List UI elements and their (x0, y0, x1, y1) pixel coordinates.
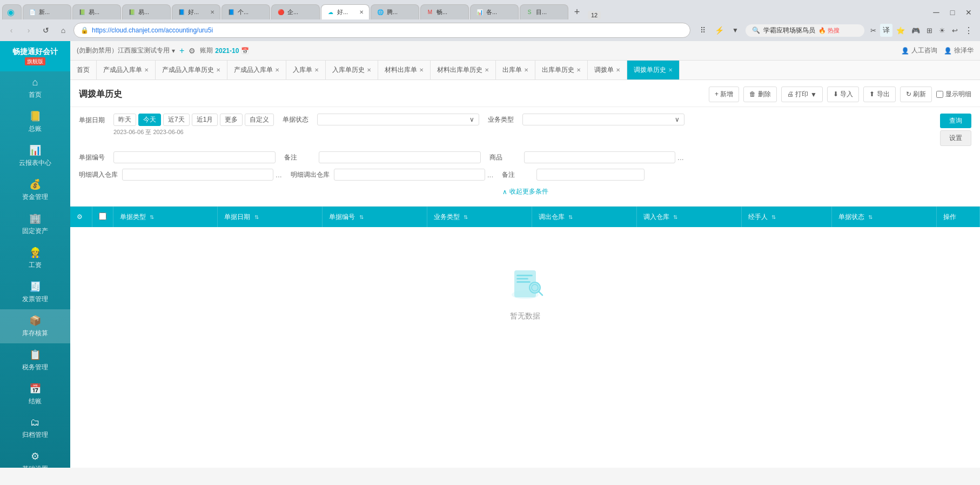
browser-tab-2[interactable]: 📗 易... (72, 4, 121, 19)
browser-tab-4-close[interactable]: ✕ (210, 9, 214, 15)
table-col-doc-type[interactable]: 单据类型 ⇅ (113, 207, 218, 227)
sidebar-item-home[interactable]: ⌂ 首页 (0, 71, 70, 105)
print-button[interactable]: 🖨 打印 ▼ (781, 87, 823, 102)
page-tab-transfer-history-close[interactable]: ✕ (668, 67, 673, 73)
calendar-icon[interactable]: 📅 (241, 47, 249, 55)
page-tab-out-history-close[interactable]: ✕ (576, 67, 581, 73)
page-tab-transfer[interactable]: 调拨单 ✕ (588, 61, 627, 80)
sidebar-item-asset[interactable]: 🏢 固定资产 (0, 207, 70, 241)
tab-overflow-count[interactable]: 12 (588, 11, 601, 19)
page-tab-transfer-history[interactable]: 调拨单历史 ✕ (627, 61, 680, 80)
browser-search-bar[interactable]: 🔍 学霸应聘场驱鸟员 🔥 热搜 (746, 24, 864, 37)
goods-input[interactable] (524, 151, 675, 163)
date-btn-more[interactable]: 更多 (220, 114, 243, 126)
new-button[interactable]: + 新增 (709, 87, 739, 102)
browser-menu-button[interactable]: ⋮ (962, 24, 976, 37)
browser-refresh-button[interactable]: ↺ (39, 23, 53, 37)
translate-icon[interactable]: 译 (880, 24, 892, 37)
page-tab-product-in-history[interactable]: 产成品入库单历史 ✕ (156, 61, 227, 80)
date-btn-1month[interactable]: 近1月 (192, 114, 218, 126)
date-btn-7days[interactable]: 近7天 (163, 114, 190, 126)
sidebar-item-archive[interactable]: 🗂 归档管理 (0, 411, 70, 445)
page-tab-out-order[interactable]: 出库单 ✕ (496, 61, 535, 80)
browser-tab-10[interactable]: 📊 各... (470, 4, 519, 19)
query-button[interactable]: 查询 (940, 114, 971, 128)
new-tab-button[interactable]: + (569, 4, 585, 19)
browser-tab-4[interactable]: 📘 好... ✕ (172, 4, 220, 19)
sidebar-item-fund[interactable]: 💰 资金管理 (0, 173, 70, 207)
page-tab-product-in-close[interactable]: ✕ (144, 67, 149, 73)
select-all-checkbox[interactable] (99, 212, 106, 220)
table-col-transfer-out[interactable]: 调出仓库 ⇅ (532, 207, 636, 227)
date-btn-custom[interactable]: 自定义 (245, 114, 274, 126)
set-button[interactable]: 设置 (940, 130, 971, 146)
lightning-icon[interactable]: ⚡ (712, 23, 726, 37)
page-tab-product-in[interactable]: 产成品入库单 ✕ (97, 61, 156, 80)
browser-tab-1[interactable]: 📄 新... (23, 4, 71, 19)
add-company-button[interactable]: + (179, 46, 184, 56)
goods-select-button[interactable]: ... (677, 153, 684, 162)
delete-button[interactable]: 🗑 删除 (743, 87, 776, 102)
company-selector[interactable]: (勿删勿禁用）江西服宝测试专用 ▾ (77, 46, 175, 55)
game-icon[interactable]: 🎮 (909, 25, 923, 36)
page-tab-out-history[interactable]: 出库单历史 ✕ (535, 61, 588, 80)
sidebar-item-settings[interactable]: ⚙ 基础设置 (0, 445, 70, 468)
sidebar-item-wage[interactable]: 👷 工资 (0, 241, 70, 275)
browser-address-input[interactable]: 🔒 https://cloud.chanjet.com/accounting/u… (73, 23, 690, 38)
collapse-button[interactable]: ∧ 收起更多条件 (79, 184, 971, 200)
sidebar-item-invoice[interactable]: 🧾 发票管理 (0, 275, 70, 309)
table-col-doc-status[interactable]: 单据状态 ⇅ (832, 207, 937, 227)
detail-out-input[interactable] (334, 169, 485, 181)
note-input[interactable] (319, 151, 481, 163)
display-toggle[interactable]: 显示明细 (936, 90, 971, 99)
table-col-transfer-in[interactable]: 调入仓库 ⇅ (636, 207, 741, 227)
note2-input[interactable] (536, 169, 645, 181)
browser-tab-9[interactable]: M 畅... (420, 4, 469, 19)
detail-in-select-button[interactable]: ... (276, 170, 282, 179)
sidebar-item-ledger[interactable]: 📒 总账 (0, 105, 70, 139)
page-tab-material-out-history-close[interactable]: ✕ (485, 67, 489, 73)
page-tab-transfer-close[interactable]: ✕ (616, 67, 620, 73)
business-type-select[interactable]: ∨ (522, 114, 684, 125)
detail-out-select-button[interactable]: ... (487, 170, 494, 179)
window-close[interactable]: ✕ (962, 5, 976, 19)
browser-tab-7-close[interactable]: ✕ (359, 9, 364, 15)
page-tab-in-order[interactable]: 入库单 ✕ (286, 61, 326, 80)
refresh-button[interactable]: ↻ 刷新 (900, 87, 932, 102)
page-tab-product-in2[interactable]: 产成品入库单 ✕ (227, 61, 286, 80)
browser-back-button[interactable]: ‹ (4, 23, 18, 37)
settings-button[interactable]: ⚙ (189, 46, 196, 55)
customer-service-button[interactable]: 👤 人工咨询 (901, 46, 937, 55)
browser-tab-7[interactable]: ☁ 好... ✕ (321, 4, 370, 19)
page-tab-in-history-close[interactable]: ✕ (367, 67, 371, 73)
browser-tab-5[interactable]: 📘 个... (221, 4, 270, 19)
page-tab-out-order-close[interactable]: ✕ (524, 67, 528, 73)
detail-in-input[interactable] (122, 169, 273, 181)
address-dropdown[interactable]: ▼ (728, 23, 742, 37)
table-col-business-type[interactable]: 业务类型 ⇅ (427, 207, 532, 227)
star-icon[interactable]: ⭐ (894, 25, 908, 36)
date-btn-today[interactable]: 今天 (138, 114, 161, 126)
export-button[interactable]: ⬆ 导出 (863, 87, 895, 102)
window-minimize[interactable]: ─ (929, 5, 943, 19)
sidebar-item-tax[interactable]: 📋 税务管理 (0, 343, 70, 377)
sidebar-item-inventory[interactable]: 📦 库存核算 (0, 309, 70, 343)
browser-tab-3[interactable]: 📗 易... (122, 4, 171, 19)
grid-icon[interactable]: ⊞ (924, 25, 935, 36)
browser-tab-11[interactable]: S 目... (520, 4, 568, 19)
scissors-icon[interactable]: ✂ (868, 25, 879, 36)
history-icon[interactable]: ↩ (949, 25, 961, 36)
page-tab-in-history[interactable]: 入库单历史 ✕ (326, 61, 378, 80)
table-settings-column[interactable]: ⚙ (70, 207, 92, 227)
user-profile-button[interactable]: 👤 徐泽华 (944, 46, 974, 55)
page-tab-home[interactable]: 首页 (70, 61, 97, 80)
table-col-doc-date[interactable]: 单据日期 ⇅ (218, 207, 323, 227)
page-tab-material-out-close[interactable]: ✕ (419, 67, 424, 73)
sidebar-item-close[interactable]: 📅 结账 (0, 377, 70, 411)
window-maximize[interactable]: □ (945, 5, 959, 19)
page-tab-material-out[interactable]: 材料出库单 ✕ (378, 61, 431, 80)
browser-home-button[interactable]: ⌂ (56, 23, 70, 37)
table-col-handler[interactable]: 经手人 ⇅ (741, 207, 832, 227)
browser-forward-button[interactable]: › (22, 23, 36, 37)
browser-home-tab[interactable]: ◉ (2, 4, 22, 19)
